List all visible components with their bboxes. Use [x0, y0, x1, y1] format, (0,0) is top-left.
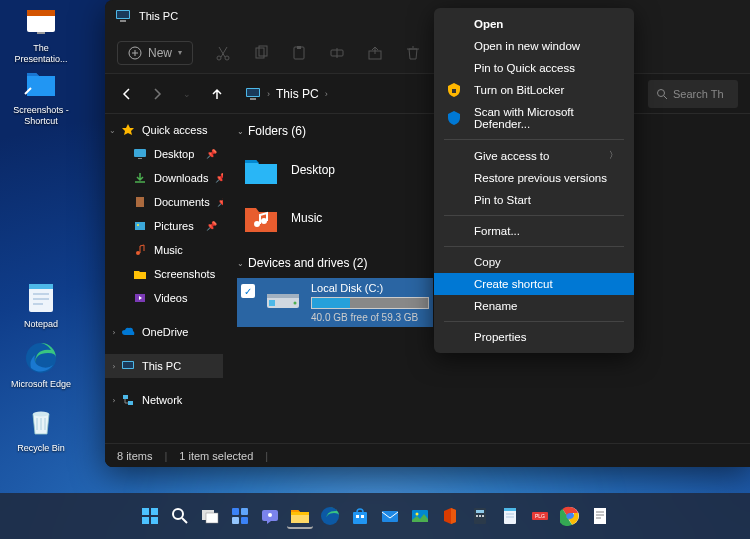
search-icon: [656, 88, 668, 100]
paste-icon[interactable]: [291, 45, 307, 61]
thispc-icon: [121, 359, 135, 373]
sidebar-item-videos[interactable]: Videos: [105, 286, 223, 310]
tb-widgets[interactable]: [227, 503, 253, 529]
ctx-give-access[interactable]: Give access to〉: [434, 144, 634, 167]
sidebar-thispc[interactable]: ⌄This PC: [105, 354, 223, 378]
rename-icon[interactable]: [329, 45, 345, 61]
svg-rect-64: [241, 517, 248, 524]
sidebar-item-music[interactable]: Music: [105, 238, 223, 262]
nav-up[interactable]: [207, 84, 227, 104]
ctx-restore[interactable]: Restore previous versions: [434, 167, 634, 189]
drive-checkbox[interactable]: ✓: [241, 284, 255, 298]
address-bar: ⌄ › This PC › Search Th: [105, 74, 750, 114]
cloud-icon: [121, 325, 135, 339]
svg-line-29: [664, 96, 667, 99]
tb-store[interactable]: [347, 503, 373, 529]
sidebar-item-screenshots[interactable]: Screenshots: [105, 262, 223, 286]
sidebar-item-documents[interactable]: Documents📌: [105, 190, 223, 214]
share-icon[interactable]: [367, 45, 383, 61]
desktop-icon-edge[interactable]: Microsoft Edge: [10, 340, 72, 390]
sidebar-item-pictures[interactable]: Pictures📌: [105, 214, 223, 238]
tb-photos[interactable]: [407, 503, 433, 529]
svg-rect-39: [123, 395, 128, 399]
pictures-icon: [133, 219, 147, 233]
svg-rect-71: [361, 515, 364, 518]
context-menu: Open Open in new window Pin to Quick acc…: [434, 8, 634, 353]
tb-start[interactable]: [137, 503, 163, 529]
ctx-open[interactable]: Open: [434, 13, 634, 35]
ctx-create-shortcut[interactable]: Create shortcut: [434, 273, 634, 295]
ctx-format[interactable]: Format...: [434, 220, 634, 242]
tb-taskview[interactable]: [197, 503, 223, 529]
ctx-open-new-window[interactable]: Open in new window: [434, 35, 634, 57]
sidebar-quickaccess[interactable]: ⌄Quick access: [105, 118, 223, 142]
new-button[interactable]: New ▾: [117, 41, 193, 65]
cut-icon[interactable]: [215, 45, 231, 61]
svg-point-77: [476, 515, 478, 517]
svg-point-79: [482, 515, 484, 517]
svg-point-43: [261, 218, 267, 224]
tb-edge[interactable]: [317, 503, 343, 529]
folder-music[interactable]: Music: [237, 194, 427, 242]
downloads-icon: [133, 171, 147, 185]
sidebar-item-downloads[interactable]: Downloads📌: [105, 166, 223, 190]
svg-rect-21: [297, 46, 301, 49]
desktop-icon-screenshots[interactable]: Screenshots - Shortcut: [10, 66, 72, 127]
ctx-rename[interactable]: Rename: [434, 295, 634, 317]
svg-rect-30: [134, 149, 146, 157]
tb-app-red[interactable]: PLG: [527, 503, 553, 529]
tb-explorer[interactable]: [287, 503, 313, 529]
ctx-bitlocker[interactable]: Turn on BitLocker: [434, 79, 634, 101]
svg-rect-4: [29, 284, 53, 289]
tb-mail[interactable]: [377, 503, 403, 529]
ctx-pin-quick[interactable]: Pin to Quick access: [434, 57, 634, 79]
folder-desktop[interactable]: Desktop: [237, 146, 427, 194]
svg-rect-76: [476, 510, 484, 513]
svg-point-48: [294, 302, 297, 305]
nav-forward[interactable]: [147, 84, 167, 104]
tb-text[interactable]: [587, 503, 613, 529]
svg-rect-46: [267, 294, 299, 298]
sidebar-onedrive[interactable]: ⌄OneDrive: [105, 320, 223, 344]
ctx-copy[interactable]: Copy: [434, 251, 634, 273]
delete-icon[interactable]: [405, 45, 421, 61]
nav-recent[interactable]: ⌄: [177, 84, 197, 104]
svg-rect-72: [382, 511, 398, 522]
nav-back[interactable]: [117, 84, 137, 104]
sidebar-network[interactable]: ⌄Network: [105, 388, 223, 412]
svg-rect-67: [291, 515, 309, 523]
copy-icon[interactable]: [253, 45, 269, 61]
svg-point-74: [416, 513, 419, 516]
tb-office[interactable]: [437, 503, 463, 529]
ctx-defender[interactable]: Scan with Microsoft Defender...: [434, 101, 634, 135]
titlebar[interactable]: This PC: [105, 0, 750, 32]
desktop-icon: [133, 147, 147, 161]
tb-notepad[interactable]: [497, 503, 523, 529]
taskbar: PLG: [0, 493, 750, 539]
svg-rect-27: [250, 98, 256, 100]
bitlocker-icon: [446, 82, 462, 98]
svg-line-58: [182, 518, 187, 523]
desktop-icon-recyclebin[interactable]: Recycle Bin: [10, 404, 72, 454]
documents-icon: [133, 195, 147, 209]
svg-point-78: [479, 515, 481, 517]
tb-calc[interactable]: [467, 503, 493, 529]
search-input[interactable]: Search Th: [648, 80, 738, 108]
ctx-pin-start[interactable]: Pin to Start: [434, 189, 634, 211]
tb-chat[interactable]: [257, 503, 283, 529]
svg-rect-26: [247, 89, 259, 96]
tb-search[interactable]: [167, 503, 193, 529]
status-items: 8 items: [117, 450, 152, 462]
svg-rect-31: [138, 158, 142, 159]
network-icon: [121, 393, 135, 407]
shield-icon: [446, 110, 462, 126]
tb-chrome[interactable]: [557, 503, 583, 529]
desktop-icon-presentation[interactable]: The Presentatio...: [10, 4, 72, 65]
svg-point-28: [658, 89, 665, 96]
ctx-properties[interactable]: Properties: [434, 326, 634, 348]
svg-rect-60: [206, 513, 218, 523]
drive-localdisk[interactable]: ✓ Local Disk (C:) 40.0 GB free of 59.3 G…: [237, 278, 433, 327]
svg-point-57: [173, 509, 183, 519]
desktop-icon-notepad[interactable]: Notepad: [10, 280, 72, 330]
sidebar-item-desktop[interactable]: Desktop📌: [105, 142, 223, 166]
